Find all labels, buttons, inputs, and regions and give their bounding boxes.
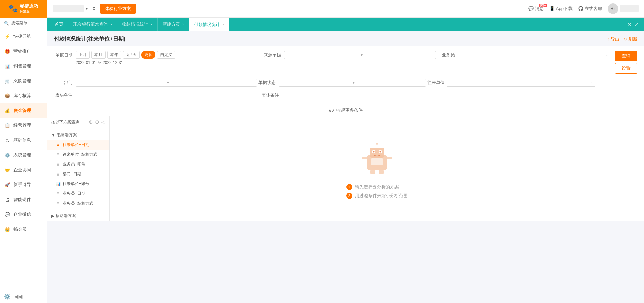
salesperson-input[interactable]: [458, 52, 606, 57]
tab-home[interactable]: 首页: [50, 18, 68, 31]
collapse-sidebar-btn[interactable]: ◀◀: [14, 293, 22, 300]
partner-dots[interactable]: ···: [591, 80, 595, 85]
refresh-btn[interactable]: ↻ 刷新: [623, 36, 637, 42]
online-service-label: 在线客服: [585, 6, 602, 12]
scheme-item-6-label: 业务员+结算方式: [63, 201, 93, 206]
tab-cashflow[interactable]: 现金银行流水查询 ×: [68, 18, 117, 31]
date-btn-this-month[interactable]: 本月: [91, 51, 106, 59]
username-label: [620, 5, 639, 12]
maximize-btn[interactable]: ⤢: [634, 21, 639, 28]
date-btn-more[interactable]: 更多: [141, 51, 155, 59]
scheme-item-2[interactable]: ⊞ 业务员+账号: [47, 159, 109, 169]
sidebar-item-basic[interactable]: 🗂 基础信息: [0, 133, 47, 148]
refresh-label: 刷新: [628, 36, 637, 42]
tab-new-scheme[interactable]: 新建方案 ×: [158, 18, 189, 31]
filter-setting-btn[interactable]: 设置: [615, 63, 637, 74]
svg-point-5: [379, 151, 381, 153]
tab-cashflow-close[interactable]: ×: [110, 22, 112, 26]
collapse-more-btn[interactable]: ∧∧ 收起更多条件: [54, 104, 637, 116]
tab-cashflow-label: 现金银行流水查询: [73, 21, 108, 27]
filter-bodynote-cell: 表体备注: [254, 91, 595, 99]
export-btn[interactable]: ↑ 导出: [607, 36, 620, 42]
settings-scheme-icon[interactable]: ⊙: [95, 119, 99, 125]
partner-input[interactable]: [447, 80, 591, 85]
tab-payment-stats-close[interactable]: ×: [222, 23, 224, 27]
sidebar-item-label: 智能硬件: [13, 196, 31, 203]
query-btn[interactable]: 查询: [615, 51, 637, 61]
sidebar-item-quick-nav[interactable]: ⚡ 快捷导航: [0, 29, 47, 44]
company-selector[interactable]: ▾: [53, 5, 88, 12]
source-select[interactable]: ▾: [284, 51, 436, 59]
collapse-scheme-icon[interactable]: ◁: [101, 119, 105, 125]
filter-partner-cell: 往来单位 ···: [426, 79, 595, 87]
sidebar-item-sales[interactable]: 📊 销售管理: [0, 59, 47, 73]
filter-row-3: 表头备注 表体备注: [54, 91, 637, 99]
trial-btn[interactable]: 体验行业方案: [100, 4, 136, 14]
salesperson-dots[interactable]: ···: [606, 52, 610, 57]
sidebar-item-wechat[interactable]: 💬 企业微信: [0, 207, 47, 222]
settings-bottom-btn[interactable]: ⚙️: [4, 293, 11, 300]
tab-receipt-close[interactable]: ×: [150, 22, 152, 26]
sidebar-item-label: 快捷导航: [13, 33, 31, 39]
search-menu[interactable]: 🔍 搜索菜单: [0, 18, 47, 29]
sidebar-item-enterprise[interactable]: 🤝 企业协同: [0, 162, 47, 177]
tabbar-right: ✕ ⤢: [627, 21, 641, 28]
search-menu-label: 搜索菜单: [11, 20, 27, 26]
headernote-input[interactable]: [76, 93, 254, 98]
company-dropdown-icon[interactable]: ▾: [86, 6, 88, 11]
sidebar-item-finance[interactable]: 💰 资金管理: [0, 103, 47, 118]
date-btn-7days[interactable]: 近7天: [123, 51, 140, 59]
scheme-item-2-label: 业务员+账号: [63, 161, 85, 167]
collapse-label: 收起更多条件: [336, 107, 363, 113]
refresh-icon: ↻: [623, 37, 627, 42]
scheme-item-0-label: 往来单位+日期: [63, 142, 89, 148]
scheme-pc-section: ▼ 电脑端方案 ● 往来单位+日期 ⊞ 往来单位+结算方式 ⊞ 业务员+账号: [47, 130, 109, 208]
sidebar-item-label: 采购管理: [13, 78, 31, 84]
date-btn-this-year[interactable]: 本年: [107, 51, 121, 59]
sidebar-item-label: 系统管理: [13, 152, 31, 158]
topbar-settings-icon[interactable]: ⚙: [92, 6, 96, 11]
scheme-item-3[interactable]: ⊞ 部门+日期: [47, 169, 109, 179]
company-name: [53, 5, 84, 12]
bodynote-input[interactable]: [282, 93, 595, 98]
scheme-item-0[interactable]: ● 往来单位+日期: [47, 140, 109, 150]
sidebar-item-guide[interactable]: 🚀 新手引导: [0, 177, 47, 192]
sidebar-item-system[interactable]: ⚙️ 系统管理: [0, 148, 47, 162]
user-avatar[interactable]: Rit: [608, 3, 639, 14]
sidebar-item-vip[interactable]: 👑 畅会员: [0, 222, 47, 237]
scheme-item-5[interactable]: ⊞ 业务员+日期: [47, 189, 109, 199]
sidebar-item-operations[interactable]: 📋 经营管理: [0, 118, 47, 133]
sidebar-item-marketing[interactable]: 🎁 营销推广: [0, 44, 47, 59]
message-btn[interactable]: 💬 消息 99+: [528, 6, 544, 12]
sidebar-item-smart[interactable]: 🖨 智能硬件: [0, 192, 47, 207]
sidebar-item-purchase[interactable]: 🛒 采购管理: [0, 73, 47, 88]
tab-receipt[interactable]: 收款情况统计 ×: [117, 18, 157, 31]
scheme-query-label: 按以下方案查询: [51, 119, 80, 125]
scheme-item-1[interactable]: ⊞ 往来单位+结算方式: [47, 150, 109, 159]
smart-icon: 🖨: [4, 196, 11, 203]
scheme-pc-title[interactable]: ▼ 电脑端方案: [47, 130, 109, 140]
app-download-btn[interactable]: 📱 App下载: [549, 6, 573, 12]
app-name: 畅捷通巧: [20, 3, 38, 9]
source-dropdown-icon: ▾: [361, 53, 433, 57]
scheme-item-4[interactable]: 📊 往来单位+账号: [47, 179, 109, 189]
tab-payment-stats[interactable]: 付款情况统计 ×: [189, 18, 229, 31]
scheme-pc-label: 电脑端方案: [57, 132, 77, 138]
export-icon: ↑: [607, 37, 610, 42]
docstatus-select[interactable]: ▾: [279, 79, 426, 87]
app-download-icon: 📱: [549, 6, 555, 11]
vip-icon: 👑: [4, 226, 11, 233]
scheme-mobile-title[interactable]: ▶ 移动端方案: [47, 211, 109, 221]
dept-select[interactable]: ▾: [76, 79, 257, 87]
scheme-item-6[interactable]: ⊞ 业务员+结算方式: [47, 199, 109, 208]
add-scheme-icon[interactable]: ⊕: [89, 119, 93, 125]
close-all-tabs-btn[interactable]: ✕: [627, 21, 632, 28]
tab-new-scheme-close[interactable]: ×: [182, 22, 184, 26]
filter-date-cell: 单据日期 上月 本月 本年 近7天 更多 自定义 2022-01-01 至 20…: [54, 51, 262, 66]
date-btn-last-month[interactable]: 上月: [76, 51, 90, 59]
wechat-icon: 💬: [4, 211, 11, 218]
sidebar-item-stock[interactable]: 📦 库存核算: [0, 88, 47, 103]
online-service-btn[interactable]: 🎧 在线客服: [578, 6, 602, 12]
date-btn-custom[interactable]: 自定义: [157, 51, 175, 59]
sidebar-bottom: ⚙️ ◀◀: [0, 290, 47, 303]
